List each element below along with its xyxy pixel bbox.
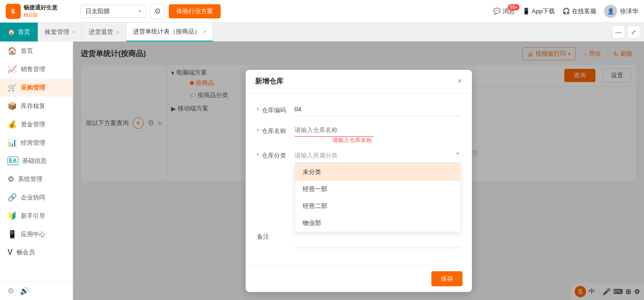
sidebar-item-inventory[interactable]: 📦 库存核算 [0, 97, 73, 115]
top-header: 6 畅捷通好生意 精品版 日太阳膜 ▾ ⚙ 体验行业方案 💬 消息 99+ 📱 … [0, 0, 644, 23]
sidebar-item-membership[interactable]: V 畅会员 [0, 243, 73, 261]
warehouse-name-input[interactable] [295, 124, 374, 137]
form-row-name: * 仓库名称 请输入仓库名称 [257, 124, 461, 137]
app-center-icon: 📱 [8, 230, 17, 239]
category-input-wrapper: 请输入所属分类 ⌃ 未分类 经营一部 经营二部 物业部 [295, 148, 461, 163]
dropdown-item-uncategorized[interactable]: 未分类 [295, 164, 460, 181]
sidebar-item-home[interactable]: 🏠 首页 [0, 42, 73, 60]
user-area[interactable]: 👤 徐泽华 [604, 5, 638, 18]
logo-text: 畅捷通好生意 精品版 [24, 4, 58, 18]
tab-bar: 🏠 首页 账套管理 × 进货退货 × 进货单统计表（按商品） × — ⤢ [0, 23, 644, 42]
name-error-message: 请输入仓库名称 [332, 136, 372, 144]
operations-icon: 📊 [8, 138, 17, 147]
tab-purchase-stats[interactable]: 进货单统计表（按商品） × [126, 23, 213, 42]
main-layout: 🏠 首页 📈 销售管理 🛒 采购管理 📦 库存核算 💰 资金管理 📊 经营管理 … [0, 42, 644, 300]
tab-accounts[interactable]: 账套管理 × [38, 23, 82, 42]
name-input-wrapper: 请输入仓库名称 [295, 124, 461, 137]
trial-button[interactable]: 体验行业方案 [169, 4, 221, 18]
inventory-icon: 📦 [8, 101, 17, 110]
category-label: * 仓库分类 [257, 148, 295, 160]
online-service-button[interactable]: 🎧 在线客服 [562, 7, 596, 16]
dropdown-item-ops1[interactable]: 经营一部 [295, 181, 460, 198]
gear-icon: ⚙ [154, 7, 161, 16]
home-sidebar-icon: 🏠 [8, 46, 17, 55]
modal-header: 新增仓库 × [246, 70, 472, 93]
headset-icon: 🎧 [562, 8, 570, 15]
sales-icon: 📈 [8, 65, 17, 74]
basic-info-icon: EA [8, 157, 18, 165]
add-warehouse-modal: 新增仓库 × * 仓库编码 * [246, 70, 472, 292]
settings-gear-button[interactable]: ⚙ [150, 4, 165, 19]
sidebar: 🏠 首页 📈 销售管理 🛒 采购管理 📦 库存核算 💰 资金管理 📊 经营管理 … [0, 42, 73, 300]
dropdown-arrow-icon: ▾ [139, 8, 141, 14]
message-icon: 💬 [493, 8, 501, 15]
sidebar-item-basic-info[interactable]: EA 基础信息 [0, 152, 73, 170]
sidebar-item-app-center[interactable]: 📱 应用中心 [0, 225, 73, 243]
sidebar-item-finance[interactable]: 💰 资金管理 [0, 115, 73, 133]
form-row-code: * 仓库编码 [257, 103, 461, 116]
phone-icon: 📱 [522, 8, 530, 15]
tab-maximize-button[interactable]: ⤢ [627, 25, 640, 39]
sidebar-item-system[interactable]: ⚙ 系统管理 [0, 170, 73, 188]
store-selector[interactable]: 日太阳膜 ▾ [80, 5, 146, 18]
tab-close-purchase-return[interactable]: × [116, 29, 119, 35]
required-star-code: * [257, 107, 259, 114]
warehouse-code-input[interactable] [295, 103, 461, 116]
sidebar-settings-icon[interactable]: ⚙ [8, 286, 14, 295]
tab-minimize-button[interactable]: — [612, 25, 625, 39]
avatar: 👤 [604, 5, 617, 18]
sidebar-volume-icon[interactable]: 🔊 [20, 286, 29, 295]
category-dropdown-menu: 未分类 经营一部 经营二部 物业部 [295, 163, 461, 232]
membership-icon: V [8, 248, 13, 257]
modal-footer: 保存 [246, 265, 472, 292]
purchase-icon: 🛒 [8, 83, 17, 92]
finance-icon: 💰 [8, 120, 17, 129]
dropdown-item-ops2[interactable]: 经营二部 [295, 198, 460, 215]
guide-icon: 🔰 [8, 211, 17, 220]
form-row-category: * 仓库分类 请输入所属分类 ⌃ 未分类 经营一部 [257, 148, 461, 163]
required-star-category: * [257, 152, 259, 159]
tab-close-accounts[interactable]: × [72, 29, 75, 35]
tab-purchase-return[interactable]: 进货退货 × [82, 23, 126, 42]
code-label: * 仓库编码 [257, 103, 295, 115]
tab-home[interactable]: 🏠 首页 [0, 23, 38, 42]
sidebar-item-operations[interactable]: 📊 经营管理 [0, 133, 73, 152]
modal-title: 新增仓库 [255, 77, 283, 86]
modal-close-button[interactable]: × [457, 76, 462, 86]
sidebar-item-guide[interactable]: 🔰 新手引导 [0, 207, 73, 225]
home-icon: 🏠 [8, 28, 15, 35]
logo-area: 6 畅捷通好生意 精品版 [6, 4, 76, 19]
sidebar-item-sales[interactable]: 📈 销售管理 [0, 60, 73, 78]
tab-close-purchase-stats[interactable]: × [203, 29, 206, 34]
required-star-name: * [257, 127, 259, 134]
warehouse-note-input[interactable] [295, 229, 461, 248]
chevron-up-icon: ⌃ [454, 151, 461, 160]
modal-body: * 仓库编码 * 仓库名称 请输入仓库名称 [246, 93, 472, 265]
sidebar-item-purchase[interactable]: 🛒 采购管理 [0, 78, 73, 97]
header-right: 💬 消息 99+ 📱 App下载 🎧 在线客服 👤 徐泽华 [493, 5, 638, 18]
sidebar-item-enterprise[interactable]: 🔗 企业协同 [0, 188, 73, 207]
enterprise-icon: 🔗 [8, 193, 17, 202]
category-dropdown[interactable]: 请输入所属分类 ⌃ [295, 148, 461, 163]
modal-overlay[interactable]: 新增仓库 × * 仓库编码 * [73, 42, 644, 300]
name-label: * 仓库名称 [257, 124, 295, 135]
message-button[interactable]: 💬 消息 99+ [493, 7, 515, 16]
category-placeholder: 请输入所属分类 [295, 151, 338, 160]
message-badge: 99+ [508, 4, 520, 10]
system-icon: ⚙ [8, 175, 14, 183]
app-download-button[interactable]: 📱 App下载 [522, 7, 555, 16]
sidebar-bottom: ⚙ 🔊 [0, 281, 73, 300]
dropdown-item-ops3[interactable]: 物业部 [295, 215, 460, 232]
save-button[interactable]: 保存 [431, 271, 462, 286]
content-area: 进货单统计(按商品) 🖨 按模板打印 ▾ ↑ 导出 ↻ 刷新 [73, 42, 644, 300]
note-label: 备注 [257, 229, 295, 241]
form-row-note: 备注 [257, 229, 461, 248]
tab-right-controls: — ⤢ [612, 25, 644, 39]
logo-icon: 6 [6, 4, 21, 19]
